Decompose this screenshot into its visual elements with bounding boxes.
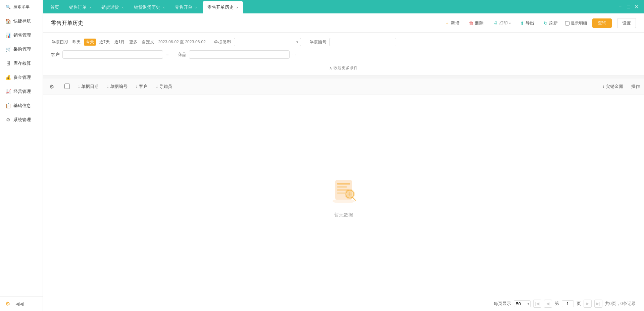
sidebar-item-purchase-mgmt[interactable]: 🛒 采购管理 (0, 42, 43, 56)
refresh-button[interactable]: ↻ 刷新 (542, 19, 560, 28)
print-dropdown-icon: ▾ (509, 21, 511, 25)
tab-retail-history-close[interactable]: × (236, 5, 238, 9)
doc-type-select-wrap (234, 38, 301, 46)
finance-icon: 💰 (5, 75, 11, 80)
sidebar-item-operations[interactable]: 📈 经营管理 (0, 85, 43, 99)
goods-filter: 商品 ··· (178, 50, 296, 59)
query-button[interactable]: 查询 (592, 18, 612, 28)
customer-more-icon[interactable]: ··· (166, 52, 169, 57)
tab-sales-return-history-close[interactable]: × (163, 5, 165, 9)
sidebar-item-sales-mgmt[interactable]: 📊 销售管理 (0, 28, 43, 42)
date-more[interactable]: 更多 (128, 39, 139, 46)
operations-icon: 📈 (5, 89, 11, 94)
add-label: 新增 (451, 20, 459, 26)
svg-rect-3 (337, 186, 347, 188)
export-button[interactable]: ⬆ 导出 (518, 19, 536, 28)
page-number-input[interactable] (562, 300, 574, 307)
sidebar: 🔍 搜索采单 🏠 快捷导航 📊 销售管理 🛒 采购管理 🗄 库存核算 💰 资金管… (0, 0, 43, 311)
table-select-all[interactable] (64, 84, 70, 89)
sidebar-search[interactable]: 🔍 搜索采单 (0, 0, 43, 14)
page-next-button[interactable]: ▶ (584, 300, 592, 308)
tab-bar-right: － □ ✕ (617, 3, 641, 10)
date-1month[interactable]: 近1月 (113, 39, 126, 46)
tab-retail-open[interactable]: 零售开单 × (170, 1, 202, 13)
date-yesterday[interactable]: 昨天 (71, 39, 82, 46)
add-button[interactable]: ＋ 新增 (443, 19, 461, 28)
data-table: ⚙ ↕ 单据日期 ↕ 单据编号 (43, 79, 644, 95)
customer-input[interactable] (62, 50, 163, 59)
print-label: 打印 (499, 20, 508, 26)
doc-no-input[interactable] (329, 38, 396, 46)
sidebar-collapse-icon[interactable]: ◀◀ (15, 301, 23, 307)
goods-more-icon[interactable]: ··· (292, 52, 296, 57)
sidebar-item-inventory[interactable]: 🗄 库存核算 (0, 56, 43, 70)
page-header: 零售开单历史 ＋ 新增 🗑 删除 🖨 打印 ▾ ⬆ 导出 (43, 13, 644, 33)
sidebar-item-label: 快捷导航 (13, 18, 31, 24)
sidebar-item-label: 资金管理 (13, 74, 31, 81)
tab-retail-open-close[interactable]: × (195, 5, 197, 9)
page-first-button[interactable]: |◀ (533, 300, 541, 308)
sidebar-item-quick-nav[interactable]: 🏠 快捷导航 (0, 14, 43, 28)
date-7days[interactable]: 近7天 (98, 39, 111, 46)
date-custom[interactable]: 自定义 (141, 39, 155, 46)
window-close-icon[interactable]: ✕ (634, 4, 639, 10)
sidebar-item-finance[interactable]: 💰 资金管理 (0, 70, 43, 85)
window-maximize-icon[interactable]: □ (627, 4, 630, 10)
th-amount-label: ↕ 实销金额 (602, 84, 623, 89)
svg-rect-2 (337, 183, 350, 185)
goods-input[interactable] (189, 50, 290, 59)
page-last-button[interactable]: ▶| (594, 300, 602, 308)
delete-button[interactable]: 🗑 删除 (467, 19, 486, 28)
pagination-total: 共0页，0条记录 (605, 301, 636, 307)
date-filter: 单据日期 昨天 今天 近7天 近1月 更多 自定义 2023-06-02 至 2… (51, 39, 206, 46)
sidebar-settings-icon[interactable]: ⚙ (5, 301, 10, 307)
sidebar-search-label: 搜索采单 (13, 4, 30, 10)
tab-sales-order-close[interactable]: × (89, 5, 91, 9)
display-detail-checkbox[interactable] (565, 21, 569, 25)
tab-retail-history[interactable]: 零售开单历史 × (203, 1, 243, 13)
svg-line-8 (352, 197, 355, 200)
tab-home[interactable]: 首页 (46, 1, 64, 13)
page-label: 页 (577, 301, 581, 307)
goods-label: 商品 (178, 52, 186, 58)
page-size-select[interactable]: 50 20 100 200 (514, 300, 531, 307)
sales-mgmt-icon: 📊 (5, 33, 11, 38)
doc-no-filter: 单据编号 (309, 38, 396, 46)
table-settings-icon[interactable]: ⚙ (47, 82, 56, 91)
th-date-label: ↕ 单据日期 (78, 84, 99, 89)
sidebar-item-label: 系统管理 (13, 117, 31, 123)
display-detail-label: 显示明细 (571, 20, 587, 26)
display-detail-checkbox-wrap[interactable]: 显示明细 (565, 20, 587, 26)
sidebar-item-basic-info[interactable]: 📋 基础信息 (0, 99, 43, 113)
sys-mgmt-icon: ⚙ (5, 117, 11, 122)
tab-sales-return-close[interactable]: × (121, 5, 123, 9)
tab-sales-order[interactable]: 销售订单 × (64, 1, 96, 13)
th-guide: ↕ 导购员 (152, 79, 176, 95)
date-today[interactable]: 今天 (84, 39, 96, 46)
svg-rect-5 (337, 192, 345, 194)
sidebar-item-label: 经营管理 (13, 89, 31, 95)
tab-retail-history-label: 零售开单历史 (207, 4, 234, 10)
th-date: ↕ 单据日期 (74, 79, 103, 95)
print-button[interactable]: 🖨 打印 ▾ (491, 19, 513, 28)
doc-type-filter: 单据类型 (214, 38, 301, 46)
window-minimize-icon[interactable]: － (617, 3, 623, 10)
th-amount: ↕ 实销金额 (598, 79, 627, 95)
collapse-filters-button[interactable]: ∧ 收起更多条件 (43, 63, 644, 73)
tab-sales-return-history[interactable]: 销货退货历史 × (129, 1, 169, 13)
filter-area: 单据日期 昨天 今天 近7天 近1月 更多 自定义 2023-06-02 至 2… (43, 33, 644, 76)
empty-icon (327, 173, 360, 207)
filter-row-2: 客户 ··· 商品 ··· (51, 50, 636, 59)
settings-button[interactable]: 设置 (617, 18, 636, 28)
sidebar-item-sys-mgmt[interactable]: ⚙ 系统管理 (0, 113, 43, 127)
page-prev-button[interactable]: ◀ (544, 300, 552, 308)
refresh-icon: ↻ (544, 20, 548, 26)
tab-sales-return[interactable]: 销货退货 × (97, 1, 128, 13)
page-size-wrap: 50 20 100 200 (514, 300, 531, 307)
th-no: ↕ 单据编号 (103, 79, 132, 95)
collapse-arrow-icon: ∧ (329, 66, 332, 70)
delete-icon: 🗑 (469, 20, 474, 26)
doc-type-select[interactable] (234, 38, 301, 46)
sidebar-item-label: 基础信息 (13, 103, 31, 109)
delete-label: 删除 (475, 20, 484, 26)
